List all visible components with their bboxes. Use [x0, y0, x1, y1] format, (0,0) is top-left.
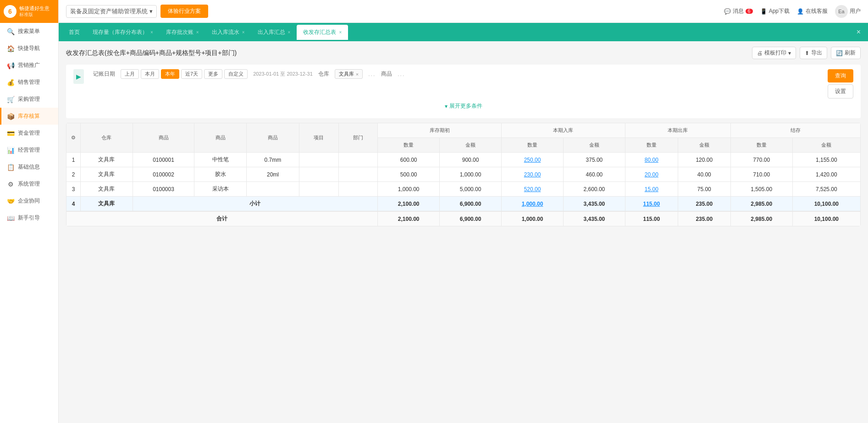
date-btn-last-month[interactable]: 上月: [121, 69, 139, 79]
th-product-code: 商品: [133, 123, 194, 153]
sidebar-item-system[interactable]: ⚙系统管理: [0, 176, 58, 192]
th-settings[interactable]: ⚙: [66, 123, 81, 153]
sidebar-item-operations[interactable]: 📊经营管理: [0, 142, 58, 159]
cell-sub-in-amt: 3,435.00: [563, 197, 625, 212]
experience-btn[interactable]: 体验行业方案: [160, 5, 208, 18]
table-row: 2 文具库 0100002 胶水 20ml 500.00 1,000.00 23…: [66, 167, 861, 182]
expand-more-btn[interactable]: ▾ 展开更多条件: [445, 100, 482, 112]
tab-label: 收发存汇总表: [303, 28, 336, 36]
tab-close-icon[interactable]: ×: [242, 30, 245, 35]
system-name: 装备及固定资产辅助管理系统: [70, 7, 148, 16]
cell-out-amt: 40.00: [678, 167, 730, 182]
tab-close-icon[interactable]: ×: [150, 30, 153, 35]
date-btns: 上月 本月 本年 近7天 更多 自定义: [121, 69, 248, 79]
tab-home[interactable]: 首页: [62, 25, 86, 40]
tab-inventory-dist[interactable]: 现存量（库存分布表）×: [86, 25, 160, 40]
tab-receipt-summary[interactable]: 收发存汇总表×: [297, 25, 348, 40]
sales-icon: 💰: [7, 79, 14, 86]
cell-product-name: 胶水: [194, 167, 247, 182]
tab-close-icon[interactable]: ×: [288, 30, 291, 35]
cell-balance-qty: 1,505.00: [730, 182, 792, 197]
system-selector[interactable]: 装备及固定资产辅助管理系统 ▾: [66, 5, 157, 18]
cell-sub-label: 小计: [133, 197, 378, 212]
cell-total-out-amt: 235.00: [678, 211, 730, 226]
date-btn-this-month[interactable]: 本月: [141, 69, 159, 79]
tab-summary-io[interactable]: 出入库汇总×: [251, 25, 297, 40]
filter-arrow-btn[interactable]: ▶: [73, 69, 84, 84]
quick-nav-icon: 🏠: [7, 45, 14, 52]
th-group-balance: 结存: [730, 123, 860, 138]
sidebar-item-guide[interactable]: 📖新手引导: [0, 209, 58, 226]
print-btn[interactable]: 🖨 模板打印 ▾: [752, 47, 796, 59]
refresh-icon: 🔄: [836, 50, 843, 56]
sidebar-item-label: 基础信息: [18, 163, 40, 171]
sidebar-item-finance[interactable]: 💳资金管理: [0, 125, 58, 142]
settings-icon[interactable]: ⚙: [71, 135, 76, 140]
tab-batch-ledger[interactable]: 库存批次账×: [160, 25, 205, 40]
sidebar-item-marketing[interactable]: 📢营销推广: [0, 57, 58, 74]
warehouse-tag[interactable]: 文具库 ×: [335, 69, 363, 79]
cell-sub-in-qty[interactable]: 1,000.00: [502, 197, 564, 212]
sidebar-item-search[interactable]: 🔍搜索菜单: [0, 23, 58, 40]
table-row: 1 文具库 0100001 中性笔 0.7mm 600.00 900.00 25…: [66, 153, 861, 167]
warehouse-tag-close[interactable]: ×: [356, 71, 359, 77]
total-row: 合计 2,100.00 6,900.00 1,000.00 3,435.00 1…: [66, 211, 861, 226]
cell-sub-balance-amt: 10,100.00: [792, 197, 860, 212]
date-btn-more[interactable]: 更多: [204, 69, 222, 79]
online-service-action[interactable]: 👤 在线客服: [797, 7, 828, 15]
sidebar-item-purchase[interactable]: 🛒采购管理: [0, 91, 58, 108]
query-btn[interactable]: 查询: [828, 69, 853, 82]
refresh-btn[interactable]: 🔄 刷新: [831, 47, 861, 59]
date-btn-7days[interactable]: 近7天: [181, 69, 202, 79]
cell-out-qty[interactable]: 20.00: [625, 167, 678, 182]
cell-out-amt: 120.00: [678, 153, 730, 167]
tabbar-close-btn[interactable]: ×: [853, 26, 864, 38]
cell-warehouse: 文具库: [81, 182, 133, 197]
sidebar-item-quick-nav[interactable]: 🏠快捷导航: [0, 40, 58, 57]
expand-row: ▾ 展开更多条件: [73, 99, 853, 114]
search-icon: 🔍: [7, 28, 14, 35]
user-action[interactable]: Ea 用户: [835, 5, 861, 18]
tab-close-icon[interactable]: ×: [339, 30, 342, 35]
cell-total-opening-qty: 2,100.00: [378, 211, 440, 226]
cell-in-qty[interactable]: 230.00: [502, 167, 564, 182]
export-btn[interactable]: ⬆ 导出: [800, 47, 827, 59]
finance-icon: 💳: [7, 130, 14, 137]
cell-warehouse: 文具库: [81, 167, 133, 182]
cell-spec: 20ml: [247, 167, 299, 182]
sidebar-item-label: 搜索菜单: [18, 27, 40, 35]
sidebar-item-inventory[interactable]: 📦库存核算: [0, 108, 58, 125]
th-balance-amt: 金额: [792, 138, 860, 153]
cell-sub-out-qty[interactable]: 115.00: [625, 197, 678, 212]
logo-icon: 6: [4, 5, 17, 18]
product-dots[interactable]: ...: [398, 71, 405, 77]
app-download-action[interactable]: 📱 App下载: [760, 7, 790, 15]
th-balance-qty: 数量: [730, 138, 792, 153]
sidebar-item-basic-info[interactable]: 📋基础信息: [0, 159, 58, 176]
cell-opening-amt: 900.00: [440, 153, 502, 167]
message-action[interactable]: 💬 消息 6: [724, 7, 753, 15]
th-in-qty: 数量: [502, 138, 564, 153]
cell-dept: [338, 153, 378, 167]
cell-out-qty[interactable]: 15.00: [625, 182, 678, 197]
tab-flow[interactable]: 出入库流水×: [205, 25, 251, 40]
dropdown-icon: ▾: [149, 8, 153, 15]
topbar-left: 装备及固定资产辅助管理系统 ▾ 体验行业方案: [66, 5, 208, 18]
cell-opening-qty: 500.00: [378, 167, 440, 182]
inventory-icon: 📦: [7, 113, 14, 120]
tab-close-icon[interactable]: ×: [196, 30, 199, 35]
cell-in-qty[interactable]: 250.00: [502, 153, 564, 167]
sidebar-item-enterprise[interactable]: 🤝企业协同: [0, 192, 58, 209]
date-btn-custom[interactable]: 自定义: [224, 69, 248, 79]
filter-settings-btn[interactable]: 设置: [828, 84, 853, 99]
tab-label: 现存量（库存分布表）: [93, 28, 148, 36]
sidebar-item-sales[interactable]: 💰销售管理: [0, 74, 58, 91]
cell-product-code: 0100002: [133, 167, 194, 182]
cell-product-name: 中性笔: [194, 153, 247, 167]
cell-out-qty[interactable]: 80.00: [625, 153, 678, 167]
date-btn-this-year[interactable]: 本年: [161, 69, 179, 79]
cell-dept: [338, 167, 378, 182]
cell-in-qty[interactable]: 520.00: [502, 182, 564, 197]
warehouse-tag-text: 文具库: [339, 71, 354, 77]
warehouse-dots[interactable]: ...: [368, 71, 376, 77]
